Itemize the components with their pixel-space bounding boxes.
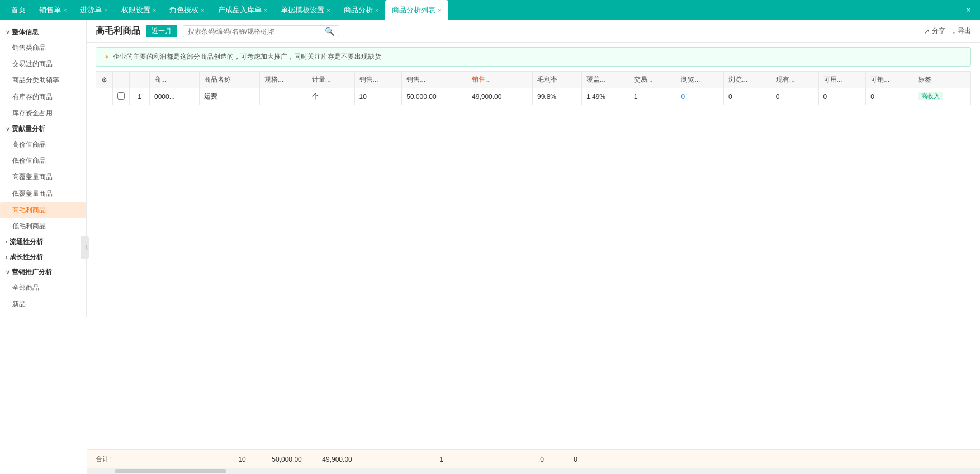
search-box: 🔍 xyxy=(183,25,339,37)
col-available-header[interactable]: 可用... xyxy=(818,72,866,88)
nav-product-inbound[interactable]: 产成品入库单 × xyxy=(211,0,274,20)
row-available: 0 xyxy=(818,88,866,105)
col-browse2-header[interactable]: 浏览... xyxy=(724,72,771,88)
col-coverage-header[interactable]: 覆盖... xyxy=(581,72,629,88)
sidebar-item-high-value[interactable]: 高价值商品 xyxy=(0,137,86,153)
sidebar-group-contribution[interactable]: ∨ 贡献量分析 xyxy=(0,121,86,137)
sidebar-item-low-value[interactable]: 低价值商品 xyxy=(0,153,86,169)
sidebar-group-overall[interactable]: ∨ 整体信息 xyxy=(0,25,86,40)
table-body: 1 0000... 运费 个 10 50,000.00 49,900.00 99… xyxy=(96,88,971,105)
col-sales-cost-header[interactable]: 销售... xyxy=(467,72,533,88)
nav-goods-analysis-list-close[interactable]: × xyxy=(438,7,441,13)
sidebar-item-low-margin[interactable]: 低毛利商品 xyxy=(0,218,86,234)
export-button[interactable]: ↓ 导出 xyxy=(952,26,971,36)
row-transaction: 1 xyxy=(629,88,676,105)
sidebar-item-high-coverage[interactable]: 高覆盖量商品 xyxy=(0,169,86,185)
marketing-arrow: ∨ xyxy=(6,269,10,275)
share-icon: ↗ xyxy=(924,27,930,35)
col-sales-qty-header[interactable]: 销售... xyxy=(354,72,402,88)
search-input[interactable] xyxy=(188,27,325,35)
col-tag-header[interactable]: 标签 xyxy=(913,72,970,88)
footer-sales-qty: 10 xyxy=(234,456,267,463)
header-actions: ↗ 分享 ↓ 导出 xyxy=(924,26,971,36)
row-unit: 个 xyxy=(307,88,354,105)
window-close-button[interactable]: × xyxy=(962,5,976,15)
sidebar-item-stock-capital[interactable]: 库存资金占用 xyxy=(0,105,86,121)
nav-goods-analysis-close[interactable]: × xyxy=(375,7,378,13)
col-gross-margin-header[interactable]: 毛利率 xyxy=(532,72,581,88)
nav-sales[interactable]: 销售单 × xyxy=(32,0,73,20)
table-header-row: ⚙ 商... 商品名称 规格... 计量... 销售... 销售... 销售..… xyxy=(96,72,971,88)
table-container: ⚙ 商... 商品名称 规格... 计量... 销售... 销售... 销售..… xyxy=(87,71,980,449)
contribution-arrow: ∨ xyxy=(6,126,10,132)
sidebar-group-growth[interactable]: › 成长性分析 xyxy=(0,250,86,265)
sidebar-item-category-rate[interactable]: 商品分类助销率 xyxy=(0,72,86,88)
row-current-stock: 0 xyxy=(771,88,818,105)
sidebar-item-high-margin[interactable]: 高毛利商品 xyxy=(0,202,86,218)
col-transaction-header[interactable]: 交易... xyxy=(629,72,676,88)
row-sales-amount: 50,000.00 xyxy=(402,88,467,105)
footer-available: 0 xyxy=(569,456,603,463)
row-sales-qty: 10 xyxy=(354,88,402,105)
col-spec-header[interactable]: 规格... xyxy=(260,72,307,88)
row-spec xyxy=(260,88,307,105)
table-row: 1 0000... 运费 个 10 50,000.00 49,900.00 99… xyxy=(96,88,971,105)
content-header: 高毛利商品 近一月 🔍 ↗ 分享 ↓ 导出 xyxy=(87,20,980,43)
nav-home[interactable]: 首页 xyxy=(4,0,32,20)
row-sales-cost: 49,900.00 xyxy=(467,88,533,105)
share-button[interactable]: ↗ 分享 xyxy=(924,26,945,36)
nav-role-close[interactable]: × xyxy=(201,7,204,13)
sidebar-item-all-goods[interactable]: 全部商品 xyxy=(0,280,86,296)
nav-purchase[interactable]: 进货单 × xyxy=(73,0,114,20)
sidebar-item-new-goods[interactable]: 新品 xyxy=(0,296,86,312)
sidebar-group-liquidity[interactable]: › 流通性分析 xyxy=(0,234,86,250)
data-table: ⚙ 商... 商品名称 规格... 计量... 销售... 销售... 销售..… xyxy=(96,71,971,105)
nav-role[interactable]: 角色授权 × xyxy=(163,0,211,20)
filter-month-button[interactable]: 近一月 xyxy=(146,25,177,37)
nav-goods-analysis[interactable]: 商品分析 × xyxy=(337,0,385,20)
col-check xyxy=(113,72,130,88)
sidebar-group-marketing[interactable]: ∨ 营销推广分析 xyxy=(0,265,86,280)
sidebar-item-in-stock[interactable]: 有库存的商品 xyxy=(0,89,86,105)
sidebar-item-sales-goods[interactable]: 销售类商品 xyxy=(0,40,86,56)
horizontal-scrollbar[interactable] xyxy=(87,468,980,474)
nav-purchase-close[interactable]: × xyxy=(104,7,107,13)
nav-sales-close[interactable]: × xyxy=(63,7,67,13)
col-current-stock-header[interactable]: 现有... xyxy=(771,72,818,88)
nav-product-inbound-close[interactable]: × xyxy=(264,7,267,13)
row-saleable: 0 xyxy=(866,88,913,105)
row-code: 0000... xyxy=(150,88,200,105)
nav-template-close[interactable]: × xyxy=(326,7,330,13)
nav-goods-analysis-list[interactable]: 商品分析列表 × xyxy=(385,0,448,20)
row-coverage: 1.49% xyxy=(581,88,629,105)
growth-arrow: › xyxy=(6,254,7,260)
col-code-header[interactable]: 商... xyxy=(150,72,200,88)
row-check[interactable] xyxy=(113,88,130,105)
col-settings[interactable]: ⚙ xyxy=(96,72,113,88)
col-browse1-header[interactable]: 浏览... xyxy=(676,72,724,88)
footer-sales-amount: 50,000.00 xyxy=(267,456,318,463)
col-name-header[interactable]: 商品名称 xyxy=(200,72,260,88)
col-num-header xyxy=(130,72,150,88)
footer-sales-cost: 49,900.00 xyxy=(318,456,368,463)
col-saleable-header[interactable]: 可销... xyxy=(866,72,913,88)
row-browse2: 0 xyxy=(724,88,771,105)
top-nav: 首页 销售单 × 进货单 × 权限设置 × 角色授权 × 产成品入库单 × 单据… xyxy=(0,0,980,20)
nav-template[interactable]: 单据模板设置 × xyxy=(274,0,337,20)
page-title: 高毛利商品 xyxy=(96,25,140,37)
footer-current-stock: 0 xyxy=(536,456,569,463)
row-settings xyxy=(96,88,113,105)
row-tag: 高收入 xyxy=(913,88,970,105)
nav-permission-close[interactable]: × xyxy=(153,7,156,13)
sidebar-item-low-coverage[interactable]: 低覆盖量商品 xyxy=(0,186,86,202)
col-unit-header[interactable]: 计量... xyxy=(307,72,354,88)
col-sales-amount-header[interactable]: 销售... xyxy=(402,72,467,88)
scrollbar-thumb[interactable] xyxy=(115,469,226,473)
row-gross-margin: 99.8% xyxy=(532,88,581,105)
sidebar-item-traded-goods[interactable]: 交易过的商品 xyxy=(0,56,86,72)
search-icon[interactable]: 🔍 xyxy=(325,27,334,36)
info-icon: ✦ xyxy=(104,53,110,61)
row-browse1[interactable]: 0 xyxy=(676,88,724,105)
nav-permission[interactable]: 权限设置 × xyxy=(115,0,163,20)
main-layout: ∨ 整体信息 销售类商品 交易过的商品 商品分类助销率 有库存的商品 库存资金占… xyxy=(0,20,980,474)
